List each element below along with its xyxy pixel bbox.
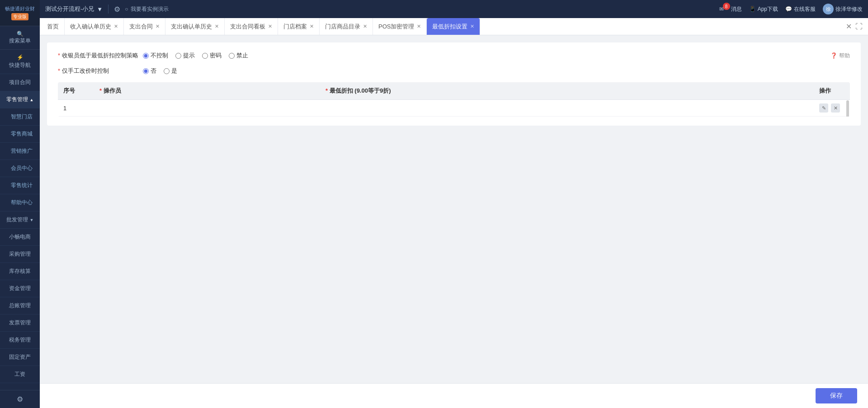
tab-payment-contract-board[interactable]: 支出合同看板 ✕ xyxy=(225,18,278,35)
manual-price-option-no[interactable]: 否 xyxy=(143,67,156,75)
gear-icon: ⚙ xyxy=(114,5,120,13)
row-action-btns: ✎ ✕ xyxy=(819,103,844,113)
expand-icon: ▲ xyxy=(30,98,34,102)
tab-close-icon[interactable]: ✕ xyxy=(417,23,421,29)
policy-radio-group: 不控制 提示 密码 禁止 xyxy=(143,52,248,60)
tab-close-icon[interactable]: ✕ xyxy=(310,23,314,29)
sidebar-item-tax-mgmt[interactable]: 税务管理 xyxy=(0,332,40,349)
sidebar-item-inventory[interactable]: 库存核算 xyxy=(0,263,40,280)
policy-radio-no-control[interactable] xyxy=(143,53,149,59)
policy-option-no-control[interactable]: 不控制 xyxy=(143,52,168,60)
sidebar-item-ledger-mgmt[interactable]: 总账管理 xyxy=(0,297,40,314)
policy-option-forbid[interactable]: 禁止 xyxy=(229,52,248,60)
sidebar-item-label: 发票管理 xyxy=(9,319,31,327)
sidebar-item-label: 库存核算 xyxy=(9,267,31,275)
sidebar-item-project-contract[interactable]: 项目合同 xyxy=(0,74,40,91)
project-name: 测试分开流程-小兄 xyxy=(45,5,94,13)
tab-close-icon[interactable]: ✕ xyxy=(156,23,160,29)
manual-price-radio-no[interactable] xyxy=(143,68,149,74)
edit-row-btn[interactable]: ✎ xyxy=(819,103,828,113)
sidebar-item-label: 快捷导航 xyxy=(9,61,31,69)
manual-price-radio-group: 否 是 xyxy=(143,67,177,75)
tab-payment-confirm-history[interactable]: 支出确认单历史 ✕ xyxy=(165,18,225,35)
message-badge: 8 xyxy=(723,3,730,10)
tab-label: POS加密管理 xyxy=(378,23,414,31)
sidebar-item-label: 固定资产 xyxy=(9,353,31,361)
tab-home[interactable]: 首页 xyxy=(42,18,65,35)
policy-radio-hint[interactable] xyxy=(175,53,181,59)
tab-store-product-catalog[interactable]: 门店商品目录 ✕ xyxy=(320,18,373,35)
sidebar-item-member-center[interactable]: 会员中心 xyxy=(0,160,40,177)
sidebar-item-retail-mgmt[interactable]: 零售管理 ▲ xyxy=(0,91,40,108)
policy-option-hint[interactable]: 提示 xyxy=(175,52,195,60)
sidebar-settings-btn[interactable]: ⚙ xyxy=(0,390,40,408)
sidebar-item-smart-store[interactable]: 智慧门店 xyxy=(0,108,40,126)
policy-form-row: * 收银员低于最低折扣控制策略 不控制 提示 密码 xyxy=(58,52,850,60)
policy-option-password[interactable]: 密码 xyxy=(202,52,222,60)
help-btn[interactable]: ❓ 帮助 xyxy=(830,52,850,60)
radio-label: 是 xyxy=(171,67,177,75)
tabs-bar: 首页 收入确认单历史 ✕ 支出合同 ✕ 支出确认单历史 ✕ 支出合同看板 ✕ 门… xyxy=(40,18,868,35)
message-btn[interactable]: ✉ 8 消息 xyxy=(719,5,742,13)
tab-payment-contract[interactable]: 支出合同 ✕ xyxy=(124,18,165,35)
tab-label: 收入确认单历史 xyxy=(70,23,111,31)
topbar-settings-btn[interactable]: ⚙ xyxy=(114,5,120,14)
topbar-right: ✉ 8 消息 📱 App下载 💬 在线客服 徐 徐泽华修改 xyxy=(719,4,863,14)
search-icon: 🔍 xyxy=(4,31,36,37)
sidebar-item-retail-stats[interactable]: 零售统计 xyxy=(0,177,40,194)
manual-price-option-yes[interactable]: 是 xyxy=(164,67,177,75)
col-header-action: 操作 xyxy=(814,82,850,100)
sidebar-item-quick-nav[interactable]: ⚡ 快捷导航 xyxy=(0,50,40,74)
save-button[interactable]: 保存 xyxy=(816,388,857,403)
online-service-label: 在线客服 xyxy=(794,5,816,13)
sidebar-item-payroll[interactable]: 工资 xyxy=(0,366,40,383)
sidebar-item-purchase-mgmt[interactable]: 采购管理 xyxy=(0,246,40,263)
tab-close-icon[interactable]: ✕ xyxy=(268,23,272,29)
sidebar-item-retail-mall[interactable]: 零售商城 xyxy=(0,126,40,143)
app-download-btn[interactable]: 📱 App下载 xyxy=(749,5,778,13)
sidebar-search[interactable]: 🔍 搜索菜单 xyxy=(0,26,40,50)
sidebar-item-label: 采购管理 xyxy=(9,250,31,258)
sidebar-item-invoice-mgmt[interactable]: 发票管理 xyxy=(0,314,40,332)
manual-price-label: * 仅手工改价时控制 xyxy=(58,67,139,75)
sidebar-item-help-center[interactable]: 帮助中心 xyxy=(0,194,40,211)
tab-close-icon[interactable]: ✕ xyxy=(114,23,118,29)
col-header-min-discount: * 最低折扣 (9.00等于9折) xyxy=(320,82,814,100)
delete-row-btn[interactable]: ✕ xyxy=(831,103,840,113)
sidebar-item-capital-mgmt[interactable]: 资金管理 xyxy=(0,280,40,297)
tab-close-icon[interactable]: ✕ xyxy=(470,23,474,29)
radio-label: 提示 xyxy=(183,52,195,60)
discount-data-table: 序号 * 操作员 * 最低折扣 (9.00等于9折) 操作 xyxy=(58,82,850,117)
sidebar-item-ecommerce[interactable]: 小畅电商 xyxy=(0,229,40,246)
user-menu[interactable]: 徐 徐泽华修改 xyxy=(823,4,863,14)
expand-tabs-btn[interactable]: ⛶ xyxy=(855,23,863,31)
tab-min-discount-settings[interactable]: 最低折扣设置 ✕ xyxy=(427,18,480,35)
sidebar-item-marketing[interactable]: 营销推广 xyxy=(0,143,40,160)
sidebar-item-label: 小畅电商 xyxy=(9,233,31,241)
tab-store-files[interactable]: 门店档案 ✕ xyxy=(278,18,320,35)
sidebar-item-wholesale-mgmt[interactable]: 批发管理 ▼ xyxy=(0,211,40,229)
radio-label: 不控制 xyxy=(151,52,168,60)
tab-pos-password-mgmt[interactable]: POS加密管理 ✕ xyxy=(373,18,427,35)
radio-label: 禁止 xyxy=(236,52,248,60)
tab-label: 支出合同看板 xyxy=(230,23,265,31)
online-service-btn[interactable]: 💬 在线客服 xyxy=(785,5,816,13)
cell-operator xyxy=(94,100,320,117)
policy-radio-password[interactable] xyxy=(202,53,208,59)
sidebar-item-fixed-assets[interactable]: 固定资产 xyxy=(0,349,40,366)
tab-income-confirm-history[interactable]: 收入确认单历史 ✕ xyxy=(65,18,124,35)
demo-link[interactable]: ○ 我要看实例演示 xyxy=(125,5,169,13)
sidebar-item-label: 税务管理 xyxy=(9,336,31,344)
tab-close-icon[interactable]: ✕ xyxy=(215,23,219,29)
tab-close-icon[interactable]: ✕ xyxy=(363,23,367,29)
manual-price-radio-yes[interactable] xyxy=(164,68,170,74)
tab-label: 首页 xyxy=(47,23,59,31)
cell-seq: 1 xyxy=(58,100,94,117)
close-tab-btn[interactable]: ✕ xyxy=(846,22,852,31)
settings-panel: * 收银员低于最低折扣控制策略 不控制 提示 密码 xyxy=(47,42,861,126)
service-icon: 💬 xyxy=(785,6,792,12)
policy-radio-forbid[interactable] xyxy=(229,53,235,59)
tab-label: 支出确认单历史 xyxy=(171,23,212,31)
sidebar-logo: 畅捷通好业财 专业版 xyxy=(0,0,40,26)
project-selector[interactable]: 测试分开流程-小兄 ▼ xyxy=(45,5,103,13)
